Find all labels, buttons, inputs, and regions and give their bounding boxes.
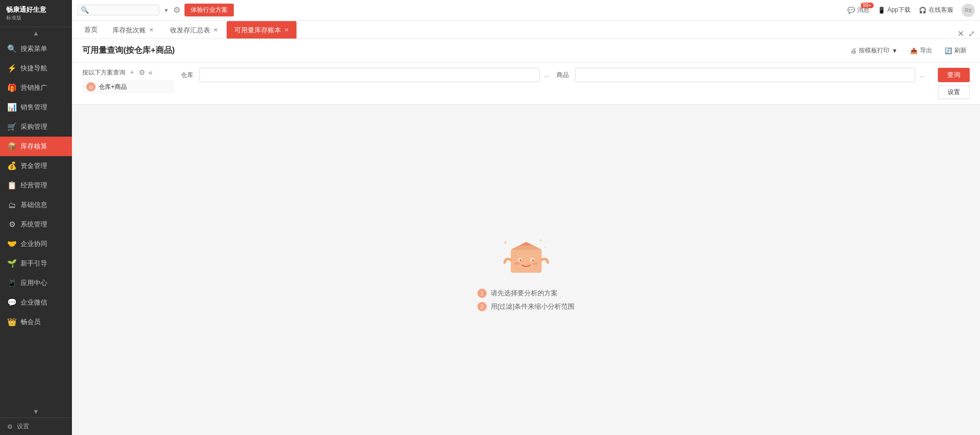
message-btn[interactable]: 💬 消息 99+ (847, 6, 870, 14)
filter-left: 按以下方案查询 ＋ ⚙ « ◎ 仓库+商品 (82, 68, 175, 93)
search-dropdown-btn[interactable]: ▼ (163, 7, 169, 13)
basic-info-icon: 🗂 (7, 201, 16, 210)
filter-area: 按以下方案查询 ＋ ⚙ « ◎ 仓库+商品 仓库 ... (72, 63, 980, 105)
settings-btn[interactable]: 设置 (938, 85, 970, 99)
tab-receive-summary-label: 收发存汇总表 (170, 26, 210, 35)
refresh-icon: 🔄 (945, 47, 952, 54)
goods-input[interactable] (575, 68, 915, 82)
tab-receive-summary[interactable]: 收发存汇总表 ✕ (162, 21, 226, 39)
tab-available-ledger-close[interactable]: ✕ (284, 27, 289, 33)
tab-home[interactable]: 首页 (77, 21, 105, 39)
svg-point-8 (533, 262, 538, 265)
shortcut-icon: ⚡ (7, 64, 16, 73)
business-mgmt-icon: 📋 (7, 181, 16, 190)
online-service-label: 在线客服 (929, 6, 953, 14)
app-center-icon: 📱 (7, 278, 16, 288)
sidebar-item-label: 搜索菜单 (21, 44, 47, 53)
message-badge: 99+ (861, 3, 874, 8)
sidebar-item-inventory-calc[interactable]: 📦库存核算 (0, 137, 72, 156)
content-area: 可用量查询(按仓库+商品) 🖨 按模板打印 ▼ 📤 导出 🔄 刷新 (72, 39, 980, 435)
search-input[interactable] (91, 7, 147, 14)
finance-mgmt-icon: 💰 (7, 161, 16, 171)
export-btn[interactable]: 📤 导出 (907, 44, 935, 57)
svg-text:✦: ✦ (503, 240, 507, 245)
phone-icon: 📱 (878, 7, 885, 14)
sidebar-item-system-mgmt[interactable]: ⚙系统管理 (0, 215, 72, 234)
sidebar-item-search[interactable]: 🔍搜索菜单 (0, 39, 72, 59)
add-scheme-btn[interactable]: ＋ (128, 68, 136, 77)
tab-maximize-btn[interactable]: ⤢ (968, 29, 975, 39)
sidebar-logo-title: 畅康通好生意 (6, 5, 66, 14)
sidebar-logo-sub: 标准版 (6, 14, 66, 22)
filter-scheme-label: 按以下方案查询 ＋ ⚙ « (82, 68, 175, 77)
tab-available-ledger-label: 可用量库存账本 (234, 26, 281, 35)
tab-available-ledger[interactable]: 可用量库存账本 ✕ (227, 21, 297, 39)
sidebar-item-label: 销售管理 (21, 103, 47, 112)
sidebar-item-sales-mgmt[interactable]: 📊销售管理 (0, 98, 72, 117)
print-dropdown-icon: ▼ (892, 47, 898, 54)
sidebar-item-basic-info[interactable]: 🗂基础信息 (0, 195, 72, 215)
sidebar-item-enterprise-wechat[interactable]: 💬企业微信 (0, 293, 72, 312)
sidebar-item-enterprise-coop[interactable]: 🤝企业协同 (0, 234, 72, 254)
print-btn[interactable]: 🖨 按模板打印 ▼ (847, 44, 901, 57)
scheme-item-warehouse-goods[interactable]: ◎ 仓库+商品 (82, 80, 175, 93)
filter-right: 仓库 ... 商品 ... (181, 68, 926, 82)
tabbar-actions: ✕ ⤢ (957, 29, 980, 39)
marketing-promo-icon: 🎁 (7, 83, 16, 92)
sidebar-item-marketing-promo[interactable]: 🎁营销推广 (0, 78, 72, 98)
enterprise-coop-icon: 🤝 (7, 239, 16, 249)
goods-label: 商品 (557, 71, 572, 80)
warehouse-more-btn[interactable]: ... (543, 70, 550, 80)
enterprise-wechat-icon: 💬 (7, 298, 16, 307)
tab-batch-account-label: 库存批次账 (113, 26, 146, 35)
settings-icon[interactable]: ⚙ (173, 5, 180, 15)
tabbar: 首页 库存批次账 ✕ 收发存汇总表 ✕ 可用量库存账本 ✕ ✕ ⤢ (72, 21, 980, 39)
sidebar-item-label: 企业微信 (21, 298, 47, 307)
export-icon: 📤 (910, 47, 918, 54)
gear-icon: ⚙ (7, 423, 13, 430)
user-profile-btn[interactable]: Rit (961, 4, 975, 17)
online-service-btn[interactable]: 🎧 在线客服 (919, 6, 953, 14)
filter-row-warehouse: 仓库 ... 商品 ... (181, 68, 926, 82)
svg-text:✦: ✦ (544, 246, 547, 249)
sidebar-footer-label: 设置 (17, 422, 29, 431)
tab-receive-summary-close[interactable]: ✕ (213, 27, 218, 33)
sidebar-scroll-down[interactable]: ▼ (0, 406, 72, 418)
page-title: 可用量查询(按仓库+商品) (82, 45, 175, 56)
sidebar-item-app-center[interactable]: 📱应用中心 (0, 273, 72, 293)
sidebar-item-label: 库存核算 (21, 142, 47, 151)
scheme-item-icon: ◎ (86, 82, 96, 91)
scheme-item-label: 仓库+商品 (99, 83, 127, 91)
scheme-label-text: 按以下方案查询 (82, 68, 125, 77)
sidebar-item-member[interactable]: 👑畅会员 (0, 312, 72, 332)
tab-close-all-btn[interactable]: ✕ (957, 29, 964, 39)
action-buttons: 查询 设置 (932, 68, 970, 99)
collapse-scheme-btn[interactable]: « (149, 68, 153, 77)
empty-tip-1: 1 请先选择要分析的方案 (477, 289, 575, 298)
empty-state: ✦ ✦ ✦ 1 请先选择要分析的方案 2 用[过滤]条件来缩小分析范围 (72, 105, 980, 435)
export-label: 导出 (920, 46, 932, 55)
sidebar-item-business-mgmt[interactable]: 📋经营管理 (0, 176, 72, 195)
sidebar-scroll-up[interactable]: ▲ (0, 27, 72, 39)
query-btn[interactable]: 查询 (938, 68, 970, 82)
tab-batch-account-close[interactable]: ✕ (149, 27, 154, 33)
svg-point-5 (520, 259, 522, 261)
search-box[interactable]: 🔍 (77, 5, 159, 15)
tab-batch-account[interactable]: 库存批次账 ✕ (105, 21, 161, 39)
app-download-btn[interactable]: 📱 App下载 (878, 6, 911, 14)
sidebar-item-shortcut[interactable]: ⚡快捷导航 (0, 59, 72, 78)
sidebar-item-purchase-mgmt[interactable]: 🛒采购管理 (0, 117, 72, 137)
sidebar-item-new-guide[interactable]: 🌱新手引导 (0, 254, 72, 273)
sidebar: 畅康通好生意 标准版 ▲ 🔍搜索菜单⚡快捷导航🎁营销推广📊销售管理🛒采购管理📦库… (0, 0, 72, 435)
search-icon: 🔍 (7, 44, 16, 53)
refresh-btn[interactable]: 🔄 刷新 (941, 44, 970, 57)
trial-btn[interactable]: 体验行业方案 (184, 4, 234, 16)
goods-more-btn[interactable]: ... (918, 70, 926, 80)
edit-scheme-btn[interactable]: ⚙ (139, 68, 145, 77)
warehouse-input[interactable] (199, 68, 540, 82)
sidebar-footer[interactable]: ⚙ 设置 (0, 418, 72, 435)
sidebar-item-finance-mgmt[interactable]: 💰资金管理 (0, 156, 72, 176)
page-header: 可用量查询(按仓库+商品) 🖨 按模板打印 ▼ 📤 导出 🔄 刷新 (72, 39, 980, 63)
sidebar-item-label: 资金管理 (21, 161, 47, 171)
page-header-actions: 🖨 按模板打印 ▼ 📤 导出 🔄 刷新 (847, 44, 970, 57)
